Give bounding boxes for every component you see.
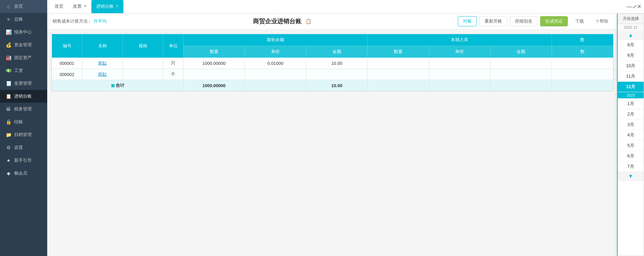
cost-method: 销售成本计算方法： 月平均 [53,18,107,24]
cell-opening-amount: 10.00 [306,58,368,69]
month-item-12[interactable]: 12月 [618,82,644,92]
sidebar-item-settings[interactable]: ⚙ 设置 [0,141,47,154]
sidebar-item-label: 新手引导 [14,157,32,163]
data-table-container: 编号 名称 规格 单位 期初余额 本期入库 数 数量 单价 金额 数量 单价 [51,33,614,92]
month-item-2023-7[interactable]: 7月 [618,161,644,172]
help-icon: ? [596,19,598,24]
tab-purchase-sales[interactable]: 进销台账 ✕ [91,0,123,13]
cell-in-qty [368,69,429,80]
table-header-row-1: 编号 名称 规格 单位 期初余额 本期入库 数 [52,34,613,46]
total-opening-amount: 10.00 [306,80,368,91]
table-total-row: ▣合计 1000.00000 10.00 [52,80,613,91]
sidebar-item-ledger[interactable]: ≡ 总账 [0,13,47,26]
month-item-9[interactable]: 9月 [618,50,644,61]
month-item-2023-5[interactable]: 5月 [618,140,644,151]
sidebar-item-label: 税务管理 [14,106,32,112]
page-header: 销售成本计算方法： 月平均 商贸企业进销台账 📋 对账 重新开账 存报别名 生成… [47,14,644,29]
settings-icon: ⚙ [5,145,11,150]
reconcile-button[interactable]: 对账 [458,16,477,26]
download-button[interactable]: 下载 [570,17,589,26]
reopen-button[interactable]: 重新开账 [479,16,507,26]
cell-unit: 只 [163,58,183,69]
cell-extra [552,58,613,69]
cell-opening-price [245,69,306,80]
data-table: 编号 名称 规格 单位 期初余额 本期入库 数 数量 单价 金额 数量 单价 [52,34,613,91]
sidebar-item-tax[interactable]: 🏛 税务管理 [0,103,47,116]
month-panel: 月份选择 2022.12 ▲ 8月 9月 10月 11月 12月 2023 1月… [617,14,644,256]
ledger-icon: ≡ [5,17,11,22]
month-panel-header: 月份选择 [618,14,644,24]
help-button[interactable]: ? 帮助 [591,17,613,26]
cell-extra [552,69,613,80]
sidebar-item-reports[interactable]: 📊 报表中心 [0,26,47,39]
total-extra [552,80,613,91]
tab-purchase-sales-label: 进销台账 [96,3,114,9]
sidebar-item-label: 畅会员 [14,170,27,176]
tab-invoice-label: 发票 [73,3,82,9]
tab-invoice-close[interactable]: ✕ [84,4,87,8]
page-title-area: 商贸企业进销台账 📋 [253,17,311,25]
minimize-button[interactable]: — [626,3,633,10]
month-item-2023-2[interactable]: 2月 [618,109,644,120]
cell-opening-qty [183,69,245,80]
salary-icon: 💵 [5,68,11,73]
sidebar-item-purchase-sales[interactable]: 📋 进销台账 [0,90,47,103]
home-icon: ⌂ [5,4,11,9]
sidebar: ⌂ 首页 ≡ 总账 📊 报表中心 💰 资金管理 🏭 固定资产 💵 工资 🧾 发票… [0,0,47,256]
member-icon: ◆ [5,171,11,176]
month-item-2023-6[interactable]: 6月 [618,151,644,161]
col-opening-qty: 数量 [183,46,245,58]
cell-unit: 个 [163,69,183,80]
total-in-price [429,80,490,91]
sidebar-item-label: 设置 [14,145,23,151]
month-item-10[interactable]: 10月 [618,61,644,71]
total-opening-qty: 1000.00000 [183,80,245,91]
total-in-amount [490,80,552,91]
total-label: ▣合计 [52,80,183,91]
col-sub-extra: 数 [552,46,613,58]
table-row: 000002 前缸 个 [52,69,613,80]
sidebar-item-invoice-mgmt[interactable]: 🧾 发票管理 [0,77,47,90]
col-in-qty: 数量 [368,46,429,58]
cell-spec [123,69,163,80]
col-name: 名称 [82,34,123,58]
cell-in-price [429,69,490,80]
sidebar-item-closing[interactable]: 🔒 结账 [0,116,47,128]
sidebar-item-member[interactable]: ◆ 畅会员 [0,167,47,180]
sidebar-item-label: 发票管理 [14,80,32,86]
month-item-2023-3[interactable]: 3月 [618,120,644,130]
sidebar-item-funds[interactable]: 💰 资金管理 [0,39,47,51]
tab-invoice[interactable]: 发票 ✕ [68,0,91,13]
cell-opening-price: 0.01000 [245,58,306,69]
month-item-8[interactable]: 8月 [618,40,644,50]
sidebar-item-label: 资金管理 [14,42,32,48]
generate-button[interactable]: 生成凭证 [540,16,568,26]
cell-id: 000001 [52,58,82,69]
col-extra: 数 [552,34,613,46]
close-window-button[interactable]: ✕ [637,3,641,10]
month-panel-current-year: 2022.12 [618,24,644,31]
sidebar-item-label: 归档管理 [14,132,32,138]
month-item-11[interactable]: 11月 [618,71,644,82]
month-item-2023-1[interactable]: 1月 [618,99,644,109]
tab-home[interactable]: 首页 [50,0,68,13]
scroll-down-button[interactable]: ▼ [618,172,644,181]
sidebar-item-home[interactable]: ⌂ 首页 [0,0,47,13]
sidebar-item-label: 进销台账 [14,93,32,99]
scroll-up-button[interactable]: ▲ [618,31,644,40]
sidebar-item-guide[interactable]: ★ 新手引导 [0,154,47,167]
col-period-purchase: 本期入库 [368,34,552,46]
year-2023-marker: 2023 [618,92,644,99]
sidebar-item-archive[interactable]: 📁 归档管理 [0,128,47,141]
month-item-2023-4[interactable]: 4月 [618,130,644,140]
cell-name: 前缸 [82,69,123,80]
sidebar-item-salary[interactable]: 💵 工资 [0,64,47,77]
maximize-button[interactable]: ⤢ [633,3,637,10]
toolbar-buttons: 对账 重新开账 存报别名 生成凭证 下载 ? 帮助 ↻ 刷新 [458,16,639,26]
sidebar-item-label: 工资 [14,68,23,74]
closing-icon: 🔒 [5,119,11,125]
sidebar-item-assets[interactable]: 🏭 固定资产 [0,51,47,64]
save-as-button[interactable]: 存报别名 [510,16,537,26]
archive-icon: 📁 [5,132,11,137]
tab-purchase-sales-close[interactable]: ✕ [116,4,119,8]
